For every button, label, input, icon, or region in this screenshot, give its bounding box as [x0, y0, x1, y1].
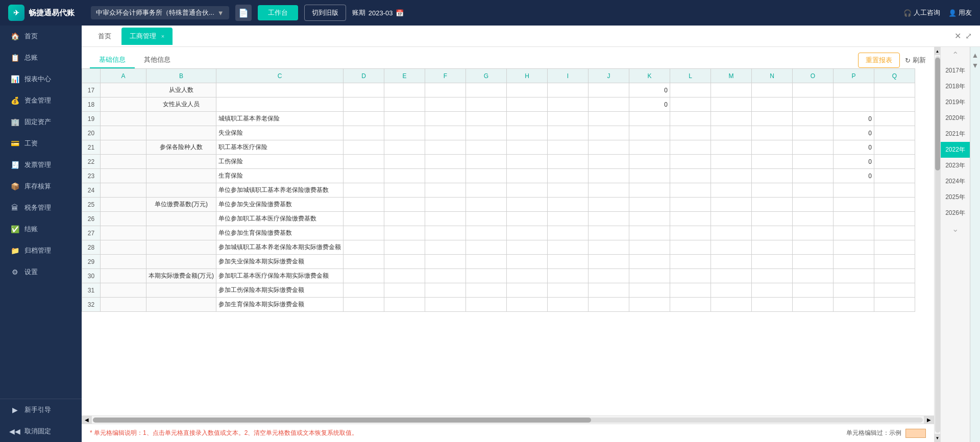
- cell-27-b[interactable]: [146, 226, 216, 240]
- cell-24-b[interactable]: [146, 183, 216, 198]
- cell-30-f[interactable]: [425, 269, 466, 283]
- sidebar-item-checkout[interactable]: ✅ 结账: [0, 218, 82, 240]
- cell-29-m[interactable]: [711, 255, 752, 269]
- cell-31-l[interactable]: [670, 283, 711, 298]
- cell-18-d[interactable]: [344, 97, 384, 112]
- cell-21-c[interactable]: 职工基本医疗保险: [216, 140, 344, 155]
- cell-24-h[interactable]: [507, 183, 548, 198]
- cell-32-o[interactable]: [793, 298, 834, 312]
- sidebar-item-archive[interactable]: 📁 归档管理: [0, 240, 82, 261]
- cell-19-d[interactable]: [344, 112, 384, 126]
- cell-31-c[interactable]: 参加工伤保险本期实际缴费金额: [216, 283, 344, 298]
- cell-18-b[interactable]: 女性从业人员: [146, 97, 216, 112]
- cell-26-d[interactable]: [344, 212, 384, 226]
- cell-32-e[interactable]: [384, 298, 425, 312]
- cell-24-g[interactable]: [466, 183, 507, 198]
- cell-29-f[interactable]: [425, 255, 466, 269]
- cell-18-n[interactable]: [752, 97, 793, 112]
- cell-31-q[interactable]: [874, 283, 915, 298]
- cell-29-j[interactable]: [589, 255, 629, 269]
- cell-23-f[interactable]: [425, 169, 466, 183]
- cell-25-d[interactable]: [344, 198, 384, 212]
- cell-24-l[interactable]: [670, 183, 711, 198]
- cell-20-i[interactable]: [548, 126, 589, 140]
- cell-28-j[interactable]: [589, 240, 629, 255]
- cell-18-p[interactable]: [834, 97, 874, 112]
- old-version-button[interactable]: 切到旧版: [304, 5, 346, 21]
- cell-22-l[interactable]: [670, 155, 711, 169]
- cell-17-q[interactable]: [874, 83, 915, 97]
- cell-30-h[interactable]: [507, 269, 548, 283]
- cell-23-n[interactable]: [752, 169, 793, 183]
- cell-20-n[interactable]: [752, 126, 793, 140]
- cell-30-i[interactable]: [548, 269, 589, 283]
- cell-19-a[interactable]: [101, 112, 146, 126]
- cell-32-i[interactable]: [548, 298, 589, 312]
- cell-19-n[interactable]: [752, 112, 793, 126]
- cell-32-b[interactable]: [146, 298, 216, 312]
- year-item-2019[interactable]: 2019年: [941, 94, 970, 110]
- cell-18-g[interactable]: [466, 97, 507, 112]
- cell-18-k[interactable]: 0: [629, 97, 670, 112]
- v-scroll-down-button[interactable]: ▼: [935, 434, 941, 442]
- tab-active-business[interactable]: 工商管理 ×: [121, 28, 173, 45]
- sidebar-item-inventory[interactable]: 📦 库存核算: [0, 176, 82, 197]
- cell-19-q[interactable]: [874, 112, 915, 126]
- cell-27-o[interactable]: [793, 226, 834, 240]
- cell-22-o[interactable]: [793, 155, 834, 169]
- cell-26-h[interactable]: [507, 212, 548, 226]
- tab-close-button[interactable]: ×: [161, 33, 164, 39]
- cell-30-o[interactable]: [793, 269, 834, 283]
- cell-21-h[interactable]: [507, 140, 548, 155]
- cell-32-g[interactable]: [466, 298, 507, 312]
- cell-25-b[interactable]: 单位缴费基数(万元): [146, 198, 216, 212]
- cell-21-a[interactable]: [101, 140, 146, 155]
- cell-17-m[interactable]: [711, 83, 752, 97]
- cell-27-i[interactable]: [548, 226, 589, 240]
- cell-31-p[interactable]: [834, 283, 874, 298]
- cell-25-k[interactable]: [629, 198, 670, 212]
- cell-22-e[interactable]: [384, 155, 425, 169]
- cell-27-c[interactable]: 单位参加生育保险缴费基数: [216, 226, 344, 240]
- cell-29-a[interactable]: [101, 255, 146, 269]
- workbench-button[interactable]: 工作台: [258, 5, 298, 20]
- cell-20-d[interactable]: [344, 126, 384, 140]
- cell-31-k[interactable]: [629, 283, 670, 298]
- cell-21-e[interactable]: [384, 140, 425, 155]
- cell-28-e[interactable]: [384, 240, 425, 255]
- cell-22-b[interactable]: [146, 155, 216, 169]
- collapse-down-arrow[interactable]: ▼: [972, 61, 979, 69]
- cell-26-l[interactable]: [670, 212, 711, 226]
- cell-28-d[interactable]: [344, 240, 384, 255]
- cell-22-f[interactable]: [425, 155, 466, 169]
- cell-29-l[interactable]: [670, 255, 711, 269]
- cell-29-n[interactable]: [752, 255, 793, 269]
- cell-22-h[interactable]: [507, 155, 548, 169]
- cell-25-l[interactable]: [670, 198, 711, 212]
- cell-27-n[interactable]: [752, 226, 793, 240]
- v-scroll-track[interactable]: [935, 56, 940, 433]
- cell-19-m[interactable]: [711, 112, 752, 126]
- company-selector[interactable]: 中审众环会计师事务所（特殊普通合伙... ▼: [91, 6, 229, 19]
- cell-32-p[interactable]: [834, 298, 874, 312]
- cell-29-c[interactable]: 参加失业保险本期实际缴费金额: [216, 255, 344, 269]
- cell-21-m[interactable]: [711, 140, 752, 155]
- v-scroll-thumb[interactable]: [935, 58, 940, 170]
- sidebar-item-newbie[interactable]: ▶ 新手引导: [0, 399, 82, 421]
- cell-17-d[interactable]: [344, 83, 384, 97]
- cell-21-b[interactable]: 参保各险种人数: [146, 140, 216, 155]
- cell-18-c[interactable]: [216, 97, 344, 112]
- cell-18-j[interactable]: [589, 97, 629, 112]
- cell-27-e[interactable]: [384, 226, 425, 240]
- cell-30-c[interactable]: 参加职工基本医疗保险本期实际缴费金额: [216, 269, 344, 283]
- cell-23-d[interactable]: [344, 169, 384, 183]
- cell-17-e[interactable]: [384, 83, 425, 97]
- cell-18-h[interactable]: [507, 97, 548, 112]
- cell-17-k[interactable]: 0: [629, 83, 670, 97]
- cell-25-e[interactable]: [384, 198, 425, 212]
- cell-30-j[interactable]: [589, 269, 629, 283]
- cell-21-j[interactable]: [589, 140, 629, 155]
- cell-23-o[interactable]: [793, 169, 834, 183]
- cell-20-q[interactable]: [874, 126, 915, 140]
- calendar-icon[interactable]: 📅: [396, 9, 404, 17]
